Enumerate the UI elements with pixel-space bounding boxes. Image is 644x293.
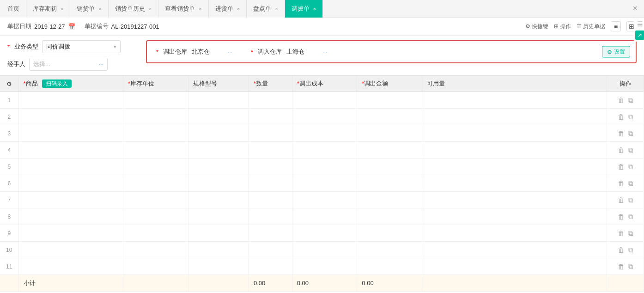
row-2-copy-icon[interactable]: ⧉ (628, 113, 633, 121)
row-2-amount[interactable] (357, 109, 422, 125)
row-8-amount[interactable] (357, 208, 422, 225)
row-1-unit[interactable] (123, 92, 188, 109)
tab-sales-order-close[interactable]: × (98, 6, 101, 12)
row-1-cost[interactable] (292, 92, 357, 109)
row-5-unit[interactable] (123, 159, 188, 175)
handler-select[interactable]: 选择... ··· (29, 58, 108, 71)
row-10-available[interactable] (422, 242, 607, 258)
row-11-spec[interactable] (188, 258, 249, 275)
row-11-delete-icon[interactable]: 🗑 (618, 262, 625, 270)
window-close-button[interactable]: × (626, 0, 644, 18)
row-7-amount[interactable] (357, 192, 422, 208)
row-6-delete-icon[interactable]: 🗑 (618, 179, 625, 187)
row-3-delete-icon[interactable]: 🗑 (618, 129, 625, 137)
row-3-available[interactable] (422, 125, 607, 142)
row-9-qty[interactable] (249, 225, 292, 242)
row-8-copy-icon[interactable]: ⧉ (628, 213, 633, 221)
row-8-cost[interactable] (292, 208, 357, 225)
row-5-copy-icon[interactable]: ⧉ (628, 163, 633, 171)
row-8-product[interactable] (18, 208, 123, 225)
tab-home[interactable]: 首页 (0, 0, 26, 18)
row-9-product[interactable] (18, 225, 123, 242)
tab-purchase-close[interactable]: × (237, 6, 240, 12)
row-2-unit[interactable] (123, 109, 188, 125)
row-1-delete-icon[interactable]: 🗑 (618, 96, 625, 104)
row-1-available[interactable] (422, 92, 607, 109)
tab-sales-history[interactable]: 销货单历史 × (109, 0, 158, 18)
tab-transfer-close[interactable]: × (313, 6, 316, 12)
tab-transfer[interactable]: 调拨单 × (285, 0, 323, 18)
row-7-unit[interactable] (123, 192, 188, 208)
row-4-product[interactable] (18, 142, 123, 159)
row-10-delete-icon[interactable]: 🗑 (618, 246, 625, 254)
operation-button[interactable]: ⊞ 操作 (554, 23, 571, 31)
row-10-cost[interactable] (292, 242, 357, 258)
row-9-cost[interactable] (292, 225, 357, 242)
tab-sales-order[interactable]: 销货单 × (70, 0, 108, 18)
shortcut-button[interactable]: ⚙ 快捷键 (525, 23, 548, 31)
row-11-product[interactable] (18, 258, 123, 275)
row-3-amount[interactable] (357, 125, 422, 142)
row-10-amount[interactable] (357, 242, 422, 258)
row-2-delete-icon[interactable]: 🗑 (618, 113, 625, 121)
row-1-spec[interactable] (188, 92, 249, 109)
row-5-product[interactable] (18, 159, 123, 175)
row-1-amount[interactable] (357, 92, 422, 109)
row-10-unit[interactable] (123, 242, 188, 258)
row-7-cost[interactable] (292, 192, 357, 208)
row-4-unit[interactable] (123, 142, 188, 159)
tab-inventory-check[interactable]: 盘点单 × (247, 0, 285, 18)
row-8-available[interactable] (422, 208, 607, 225)
row-4-delete-icon[interactable]: 🗑 (618, 146, 625, 154)
row-5-delete-icon[interactable]: 🗑 (618, 163, 625, 171)
row-1-product[interactable] (18, 92, 123, 109)
row-6-spec[interactable] (188, 175, 249, 192)
doc-date-value[interactable]: 2019-12-27 (34, 23, 65, 30)
row-7-product[interactable] (18, 192, 123, 208)
handler-more-icon[interactable]: ··· (99, 61, 103, 67)
settings-button[interactable]: ⚙ 设置 (602, 46, 630, 58)
row-9-unit[interactable] (123, 225, 188, 242)
row-10-product[interactable] (18, 242, 123, 258)
side-list-icon[interactable]: ☰ (635, 19, 644, 29)
col-settings[interactable]: ⚙ (0, 76, 18, 92)
row-10-copy-icon[interactable]: ⧉ (628, 246, 633, 254)
row-4-copy-icon[interactable]: ⧉ (628, 146, 633, 154)
row-7-spec[interactable] (188, 192, 249, 208)
row-2-product[interactable] (18, 109, 123, 125)
row-5-cost[interactable] (292, 159, 357, 175)
row-5-spec[interactable] (188, 159, 249, 175)
row-4-cost[interactable] (292, 142, 357, 159)
row-5-available[interactable] (422, 159, 607, 175)
row-9-delete-icon[interactable]: 🗑 (618, 229, 625, 237)
tab-inventory-init[interactable]: 库存期初 × (26, 0, 70, 18)
row-11-copy-icon[interactable]: ⧉ (628, 262, 633, 271)
side-export-icon[interactable]: ↗ (635, 31, 644, 40)
row-7-delete-icon[interactable]: 🗑 (618, 196, 625, 204)
list-view-icon[interactable]: ≡ (611, 21, 621, 31)
row-4-available[interactable] (422, 142, 607, 159)
scan-entry-button[interactable]: 扫码录入 (42, 79, 72, 88)
row-11-available[interactable] (422, 258, 607, 275)
row-9-available[interactable] (422, 225, 607, 242)
row-2-qty[interactable] (249, 109, 292, 125)
row-1-qty[interactable] (249, 92, 292, 109)
row-6-product[interactable] (18, 175, 123, 192)
row-3-qty[interactable] (249, 125, 292, 142)
row-2-cost[interactable] (292, 109, 357, 125)
row-4-spec[interactable] (188, 142, 249, 159)
warehouse-out-more[interactable]: ··· (228, 49, 232, 55)
row-6-qty[interactable] (249, 175, 292, 192)
row-9-spec[interactable] (188, 225, 249, 242)
row-10-qty[interactable] (249, 242, 292, 258)
row-7-copy-icon[interactable]: ⧉ (628, 196, 633, 204)
business-type-select[interactable]: 同价调拨 ▾ (42, 40, 121, 53)
tab-inventory-check-close[interactable]: × (275, 6, 278, 12)
row-6-available[interactable] (422, 175, 607, 192)
row-8-spec[interactable] (188, 208, 249, 225)
row-7-qty[interactable] (249, 192, 292, 208)
row-6-unit[interactable] (123, 175, 188, 192)
row-6-cost[interactable] (292, 175, 357, 192)
row-11-qty[interactable] (249, 258, 292, 275)
row-11-amount[interactable] (357, 258, 422, 275)
